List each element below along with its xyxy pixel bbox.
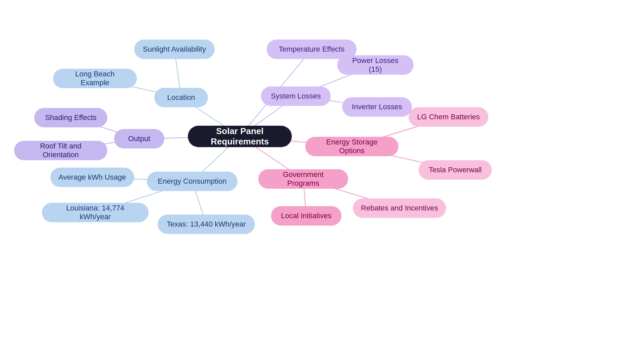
center-node: Solar Panel Requirements — [188, 126, 292, 147]
center-label: Solar Panel Requirements — [201, 126, 278, 147]
power-losses-node: Power Losses (15) — [337, 55, 414, 75]
louisiana-label: Louisiana: 14,774 kWh/year — [50, 204, 141, 221]
rebates-node: Rebates and Incentives — [353, 198, 446, 218]
avg-kwh-node: Average kWh Usage — [50, 168, 134, 187]
long-beach-node: Long Beach Example — [53, 69, 137, 88]
local-initiatives-node: Local Initiatives — [271, 206, 341, 226]
energy-consumption-node: Energy Consumption — [147, 172, 237, 191]
sunlight-node: Sunlight Availability — [134, 40, 215, 59]
output-node: Output — [114, 129, 164, 148]
roof-tilt-label: Roof Tilt and Orientation — [22, 142, 99, 159]
roof-tilt-node: Roof Tilt and Orientation — [14, 141, 107, 160]
energy-storage-label: Energy Storage Options — [313, 138, 390, 155]
system-losses-node: System Losses — [261, 86, 331, 106]
energy-storage-node: Energy Storage Options — [305, 137, 398, 156]
lg-chem-node: LG Chem Batteries — [409, 107, 488, 127]
shading-node: Shading Effects — [34, 108, 107, 127]
system-losses-label: System Losses — [271, 92, 321, 101]
sunlight-label: Sunlight Availability — [143, 45, 206, 54]
power-losses-label: Power Losses (15) — [345, 56, 406, 74]
tesla-powerwall-node: Tesla Powerwall — [419, 160, 492, 180]
energy-consumption-label: Energy Consumption — [158, 177, 226, 186]
tesla-powerwall-label: Tesla Powerwall — [429, 166, 482, 174]
location-label: Location — [167, 93, 195, 102]
rebates-label: Rebates and Incentives — [361, 204, 438, 213]
long-beach-label: Long Beach Example — [61, 70, 129, 87]
gov-programs-label: Government Programs — [266, 170, 340, 188]
temperature-effects-label: Temperature Effects — [279, 45, 344, 54]
inverter-losses-label: Inverter Losses — [352, 103, 402, 111]
location-node: Location — [154, 88, 208, 107]
output-label: Output — [128, 134, 150, 143]
texas-label: Texas: 13,440 kWh/year — [167, 220, 246, 229]
local-initiatives-label: Local Initiatives — [281, 211, 331, 220]
texas-node: Texas: 13,440 kWh/year — [158, 215, 255, 234]
shading-label: Shading Effects — [45, 113, 97, 122]
louisiana-node: Louisiana: 14,774 kWh/year — [42, 203, 149, 222]
lg-chem-label: LG Chem Batteries — [417, 113, 480, 121]
avg-kwh-label: Average kWh Usage — [58, 173, 126, 182]
gov-programs-node: Government Programs — [258, 169, 348, 189]
inverter-losses-node: Inverter Losses — [342, 97, 412, 117]
